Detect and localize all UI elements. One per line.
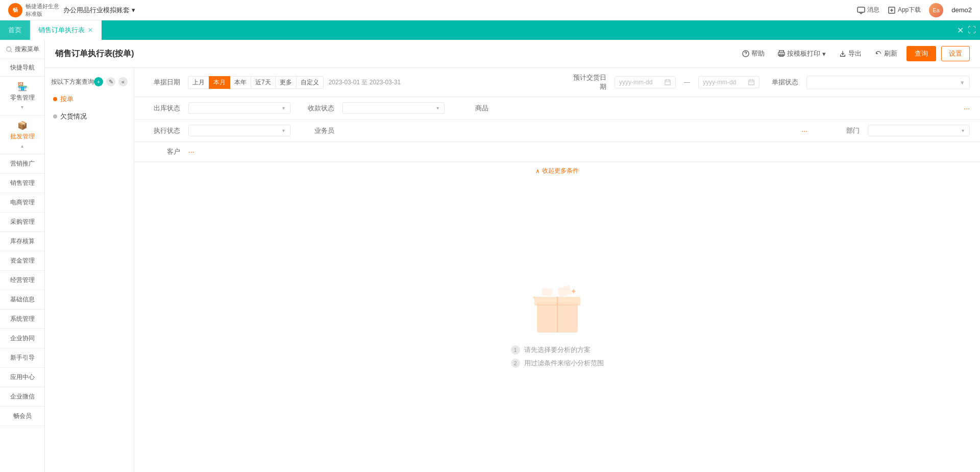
payment-select[interactable]: ▾ [342, 102, 445, 114]
date-btn-last-month[interactable]: 上月 [188, 76, 209, 89]
sidebar-item-retail[interactable]: 🏪 零售管理 ▾ [0, 77, 44, 115]
svg-rect-16 [541, 287, 552, 296]
filter-row-3: 执行状态 ▾ 业务员 ··· 部门 ▾ [134, 120, 980, 142]
date-btn-this-year[interactable]: 本年 [230, 76, 251, 89]
tab-close-icon[interactable]: ✕ [88, 27, 93, 34]
user-avatar[interactable]: Ea [929, 3, 943, 17]
date-btn-this-month[interactable]: 本月 [209, 76, 230, 89]
query-button[interactable]: 查询 [906, 46, 936, 61]
nav-tabs: 首页 销售订单执行表 ✕ ✕ ⛶ [0, 20, 980, 40]
goods-more-button[interactable]: ··· [964, 104, 970, 112]
export-button[interactable]: 导出 [835, 47, 866, 60]
message-button[interactable]: 消息 [857, 6, 879, 14]
filter-row-4: 客户 ··· [134, 142, 980, 162]
tab-sales-order[interactable]: 销售订单执行表 ✕ [30, 20, 102, 40]
scheme-item-debt[interactable]: 欠货情况 [45, 108, 134, 125]
settings-button[interactable]: 设置 [941, 46, 970, 61]
sidebar-item-system[interactable]: 系统管理 [0, 310, 44, 329]
payment-arrow-icon: ▾ [436, 105, 439, 111]
sidebar-item-operation[interactable]: 经营管理 [0, 271, 44, 290]
page-header: 销售订单执行表(按单) 帮助 按模板打印 ▾ [45, 40, 980, 68]
svg-text:✦: ✦ [532, 295, 536, 300]
user-name[interactable]: demo2 [951, 6, 972, 14]
calendar-icon-2 [748, 79, 755, 86]
scheme-item-press[interactable]: 按单 [45, 90, 134, 108]
empty-state-area: ✦ ✦ 1 请先选择要分析的方案 2 [134, 179, 980, 472]
svg-rect-0 [857, 7, 865, 12]
template-print-button[interactable]: 按模板打印 ▾ [774, 47, 830, 60]
refresh-icon [875, 50, 882, 57]
dept-arrow-icon: ▾ [962, 128, 964, 133]
expected-date-end[interactable]: yyyy-mm-dd [698, 76, 760, 88]
left-scheme-panel: 按以下方案查询 + ✎ « 按单 [45, 68, 134, 472]
empty-illustration: ✦ ✦ [527, 284, 588, 335]
dept-select[interactable]: ▾ [868, 125, 970, 136]
help-icon [742, 50, 749, 57]
main-layout: 搜索菜单 快捷导航 🏪 零售管理 ▾ 📦 批发管理 ▴ 营销推广 销售管理 电商… [0, 40, 980, 472]
app-download-button[interactable]: App下载 [888, 6, 921, 14]
delivery-select[interactable]: ▾ [188, 102, 290, 114]
date-btn-more[interactable]: 更多 [275, 76, 297, 89]
exec-label: 执行状态 [144, 126, 180, 135]
date-range-text: 2023-03-01 至 2023-03-31 [329, 78, 401, 87]
message-icon [857, 6, 865, 14]
date-dash: — [684, 79, 690, 86]
date-btn-custom[interactable]: 自定义 [296, 76, 324, 89]
empty-hints: 1 请先选择要分析的方案 2 用过滤条件来缩小分析范围 [511, 345, 604, 368]
sidebar-item-marketing[interactable]: 营销推广 [0, 154, 44, 174]
customer-label: 客户 [144, 147, 180, 156]
sidebar-item-finance[interactable]: 资金管理 [0, 251, 44, 271]
app-selector[interactable]: 办公用品行业模拟账套 ▾ [63, 6, 135, 15]
status-arrow-icon: ▾ [961, 79, 964, 86]
filter-row-1: 单据日期 上月 本月 本年 [134, 68, 980, 97]
top-header: 畅 畅捷通好生意 标准版 办公用品行业模拟账套 ▾ 消息 App下载 [0, 0, 980, 20]
close-window-icon[interactable]: ✕ [957, 26, 964, 35]
customer-more-button[interactable]: ··· [188, 148, 194, 156]
sidebar-item-wholesale[interactable]: 📦 批发管理 ▴ [0, 115, 44, 154]
help-button[interactable]: 帮助 [738, 47, 769, 60]
expected-date-start[interactable]: yyyy-mm-dd [615, 76, 676, 88]
sidebar-item-inventory[interactable]: 库存核算 [0, 232, 44, 251]
sidebar-item-wechat[interactable]: 企业微信 [0, 387, 44, 407]
sidebar-search[interactable]: 搜索菜单 [0, 40, 44, 59]
goods-label: 商品 [453, 104, 488, 113]
sidebar-item-ecommerce[interactable]: 电商管理 [0, 193, 44, 213]
scheme-add-button[interactable]: + [94, 77, 103, 86]
sidebar-item-newbie[interactable]: 新手引导 [0, 348, 44, 368]
dept-label: 部门 [824, 126, 860, 135]
svg-rect-8 [749, 80, 754, 85]
logo-text: 畅捷通好生意 标准版 [26, 3, 59, 17]
collapse-bar[interactable]: ∧ 收起更多条件 [134, 162, 980, 179]
content-area: 销售订单执行表(按单) 帮助 按模板打印 ▾ [45, 40, 980, 472]
status-select[interactable]: ▾ [806, 76, 970, 89]
sidebar-item-quick-nav[interactable]: 快捷导航 [0, 59, 44, 77]
date-btn-last7[interactable]: 近7天 [251, 76, 276, 89]
empty-box-svg: ✦ ✦ [527, 284, 588, 335]
status-label: 单据状态 [768, 78, 798, 87]
scheme-dot-inactive [53, 114, 57, 119]
right-content: 单据日期 上月 本月 本年 [134, 68, 980, 472]
sidebar-item-purchase[interactable]: 采购管理 [0, 213, 44, 232]
sidebar-item-member[interactable]: 畅会员 [0, 407, 44, 426]
scheme-collapse-button[interactable]: « [118, 77, 128, 86]
expand-window-icon[interactable]: ⛶ [968, 26, 976, 35]
date-label: 单据日期 [144, 78, 180, 87]
logo-icon: 畅 [8, 3, 22, 17]
scheme-dot-active [53, 97, 57, 101]
nav-right-icons: ✕ ⛶ [957, 20, 980, 40]
sidebar-item-basic[interactable]: 基础信息 [0, 290, 44, 310]
salesperson-more-button[interactable]: ··· [801, 127, 807, 135]
scheme-edit-button[interactable]: ✎ [106, 77, 115, 86]
content-wrapper: 按以下方案查询 + ✎ « 按单 [45, 68, 980, 472]
expected-date-label: 预计交货日期 [571, 73, 606, 91]
sidebar-item-sales[interactable]: 销售管理 [0, 174, 44, 193]
selector-arrow-icon: ▾ [132, 6, 135, 14]
sidebar-item-enterprise[interactable]: 企业协同 [0, 329, 44, 348]
exec-select[interactable]: ▾ [188, 125, 290, 136]
header-right: 消息 App下载 Ea demo2 [857, 3, 972, 17]
tab-home[interactable]: 首页 [0, 20, 30, 40]
exec-arrow-icon: ▾ [282, 128, 285, 133]
refresh-button[interactable]: 刷新 [871, 47, 901, 60]
sidebar-item-appstore[interactable]: 应用中心 [0, 368, 44, 387]
page-actions: 帮助 按模板打印 ▾ 导出 [738, 46, 970, 61]
